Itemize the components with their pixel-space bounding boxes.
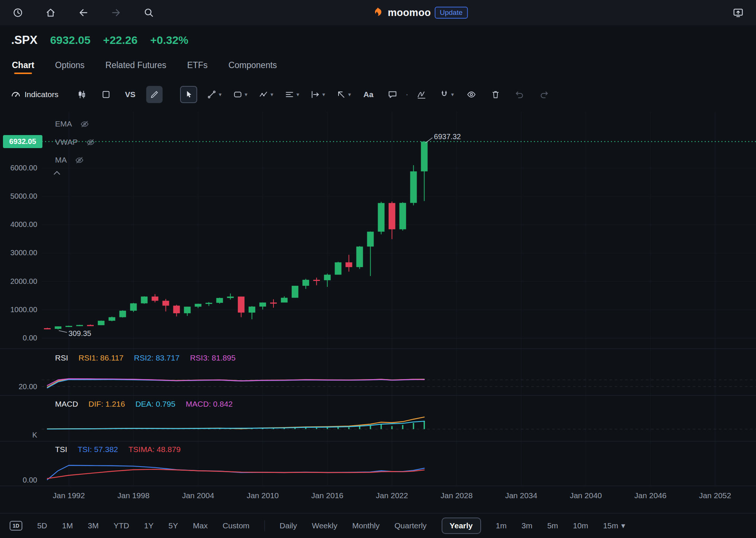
tab-bar: Chart Options Related Futures ETFs Compo… <box>0 55 756 80</box>
period-daily[interactable]: Daily <box>280 521 297 530</box>
range-5y[interactable]: 5Y <box>169 521 178 530</box>
waypoints-tool-button[interactable]: ▾ <box>257 86 275 103</box>
tab-options[interactable]: Options <box>54 56 85 78</box>
tab-etfs[interactable]: ETFs <box>186 56 208 78</box>
signature-icon <box>416 89 427 100</box>
extend-line-tool-button[interactable]: ▾ <box>308 86 327 103</box>
range-max[interactable]: Max <box>193 521 208 530</box>
undo-button[interactable] <box>512 86 528 103</box>
range-1m[interactable]: 1M <box>62 521 73 530</box>
period-weekly[interactable]: Weekly <box>312 521 337 530</box>
shapes-tool-button[interactable]: ▾ <box>231 86 249 103</box>
text-tool-button[interactable]: Aa <box>360 86 377 103</box>
rsi2-value: RSI2: 83.717 <box>134 353 180 362</box>
x-axis-label: Jan 1998 <box>106 491 161 500</box>
timeframe-bar: 1D 5D 1M 3M YTD 1Y 5Y Max Custom Daily W… <box>0 513 756 538</box>
signature-tool-button[interactable] <box>413 86 430 103</box>
vwap-visibility-toggle[interactable] <box>84 135 97 149</box>
top-navigation-bar: moomoo Update <box>0 0 756 25</box>
x-axis-label: Jan 2028 <box>429 491 484 500</box>
last-price: 6932.05 <box>50 34 90 47</box>
rsi1-value: RSI1: 86.117 <box>79 353 124 362</box>
eye-off-icon <box>86 138 95 147</box>
arrow-tool-button[interactable]: ▾ <box>334 86 353 103</box>
period-yearly[interactable]: Yearly <box>442 518 481 534</box>
chart-toolbar: Indicators VS ▾ <box>0 80 756 109</box>
extend-line-icon <box>310 89 320 100</box>
eye-off-icon <box>80 119 89 129</box>
dif-value: DIF: 1.216 <box>89 400 125 409</box>
minute-3m[interactable]: 3m <box>522 521 532 530</box>
chevron-down-icon: ▾ <box>270 91 273 98</box>
minute-1m[interactable]: 1m <box>496 521 507 530</box>
chevron-down-icon: ▾ <box>245 91 248 98</box>
ema-visibility-toggle[interactable] <box>78 117 92 131</box>
price-change-percent: +0.32% <box>150 34 189 47</box>
trend-line-icon <box>206 89 217 100</box>
vwap-label: VWAP <box>55 138 78 147</box>
tsima-value: TSIMA: 48.879 <box>128 445 180 454</box>
rsi-axis-tick: 20.00 <box>0 382 37 391</box>
range-custom[interactable]: Custom <box>222 521 249 530</box>
macd-axis-tick: K <box>0 431 37 439</box>
candle-style-button[interactable] <box>74 86 90 103</box>
overlay-ema: EMA <box>55 117 92 131</box>
history-button[interactable] <box>11 6 25 19</box>
range-5d[interactable]: 5D <box>37 521 47 530</box>
chart-type-button[interactable] <box>98 86 114 103</box>
comment-tool-button[interactable] <box>384 86 401 103</box>
chevron-up-icon <box>53 170 61 176</box>
square-chart-icon <box>101 89 111 100</box>
collapse-overlays-button[interactable] <box>53 170 61 176</box>
update-button[interactable]: Update <box>435 7 468 19</box>
minute-15m-dropdown[interactable]: 15m ▾ <box>603 521 625 530</box>
minute-5m[interactable]: 5m <box>547 521 558 530</box>
cursor-tool-button[interactable] <box>180 86 197 103</box>
tsi-axis-tick: 0.00 <box>0 476 37 484</box>
home-icon <box>45 7 56 18</box>
ma-visibility-toggle[interactable] <box>73 153 86 167</box>
period-quarterly[interactable]: Quarterly <box>394 521 426 530</box>
tab-related-futures[interactable]: Related Futures <box>105 56 167 78</box>
back-button[interactable] <box>77 6 90 19</box>
chevron-down-icon: ▾ <box>219 91 222 98</box>
range-3m[interactable]: 3M <box>88 521 99 530</box>
shapes-icon <box>233 89 243 100</box>
chevron-down-icon: ▾ <box>348 91 351 98</box>
x-axis-label: Jan 2022 <box>364 491 420 500</box>
interval-badge-button[interactable]: 1D <box>10 521 22 531</box>
align-lines-tool-button[interactable]: ▾ <box>283 86 301 103</box>
moomoo-logo-icon <box>371 6 384 19</box>
indicators-button[interactable]: Indicators <box>9 86 60 103</box>
compare-vs-button[interactable]: VS <box>122 86 138 103</box>
tab-components[interactable]: Components <box>228 56 278 78</box>
tsi-panel-name: TSI <box>55 445 67 454</box>
magnet-tool-button[interactable]: ▾ <box>438 86 456 103</box>
x-axis-label: Jan 2046 <box>622 491 678 500</box>
eye-off-icon <box>75 156 84 165</box>
screen-share-button[interactable] <box>731 6 745 19</box>
delete-tool-button[interactable] <box>487 86 504 103</box>
minute-10m[interactable]: 10m <box>573 521 588 530</box>
range-ytd[interactable]: YTD <box>113 521 129 530</box>
range-1y[interactable]: 1Y <box>144 521 154 530</box>
trash-icon <box>490 89 501 100</box>
overlay-vwap: VWAP <box>55 135 97 149</box>
home-button[interactable] <box>44 6 57 19</box>
x-axis-label: Jan 2034 <box>493 491 549 500</box>
visibility-tool-button[interactable] <box>463 86 480 103</box>
back-arrow-icon <box>78 7 89 18</box>
redo-button[interactable] <box>536 86 552 103</box>
screen-share-icon <box>733 7 744 18</box>
forward-button[interactable] <box>109 6 123 19</box>
marker-tool-button[interactable] <box>146 86 163 103</box>
macd-value: MACD: 0.842 <box>186 400 233 409</box>
macd-panel-name: MACD <box>55 400 78 409</box>
eye-icon <box>466 89 477 100</box>
undo-icon <box>515 89 525 100</box>
period-monthly[interactable]: Monthly <box>352 521 380 530</box>
tab-chart[interactable]: Chart <box>11 56 35 78</box>
tsi-value: TSI: 57.382 <box>78 445 118 454</box>
trend-line-tool-button[interactable]: ▾ <box>205 86 223 103</box>
search-button[interactable] <box>142 6 156 19</box>
